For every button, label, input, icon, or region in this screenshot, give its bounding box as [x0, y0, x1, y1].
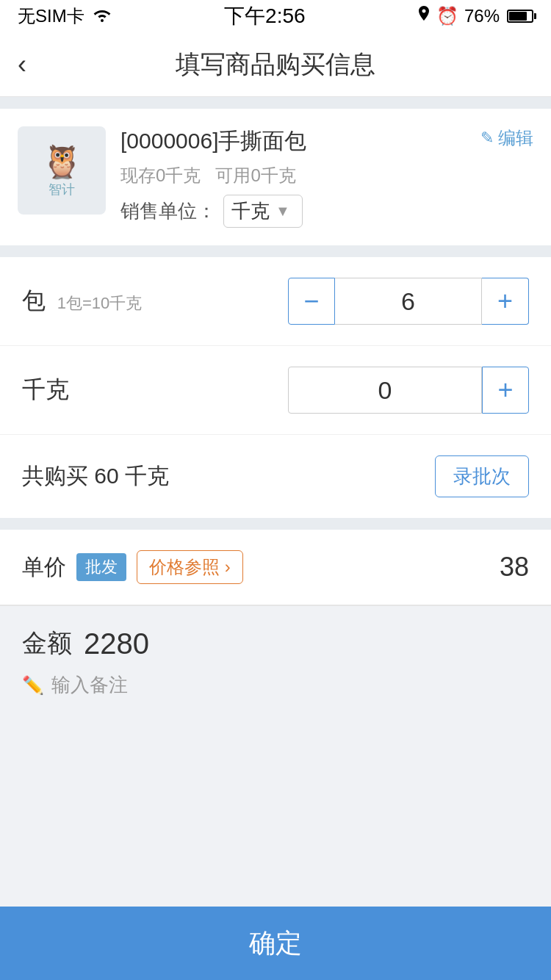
battery-icon — [507, 10, 533, 23]
product-logo-text: 智计 — [48, 181, 75, 198]
confirm-bar[interactable]: 确定 — [0, 907, 551, 980]
confirm-button[interactable]: 确定 — [249, 926, 302, 962]
amount-section: 金额 2280 ✏️ 输入备注 — [0, 606, 551, 710]
qty-kg-plus-button[interactable]: + — [482, 367, 529, 414]
price-ref-button[interactable]: 价格参照 › — [137, 550, 243, 584]
product-stock: 现存0千克 可用0千克 — [120, 164, 533, 187]
carrier-text: 无SIM卡 — [18, 4, 84, 28]
total-row: 共购买 60 千克 录批次 — [0, 435, 551, 518]
divider-top — [0, 97, 551, 109]
qty-kg-label-group: 千克 — [22, 374, 69, 406]
location-icon — [417, 6, 431, 26]
qty-bag-label-group: 包 1包=10千克 — [22, 285, 142, 317]
qty-kg-control: + — [288, 367, 529, 414]
price-value: 38 — [500, 552, 529, 583]
product-card: 🦉 智计 [0000006]手撕面包 现存0千克 可用0千克 销售单位： 千克 … — [0, 109, 551, 245]
total-label: 共购买 60 千克 — [22, 461, 169, 491]
page-title: 填写商品购买信息 — [176, 48, 375, 82]
product-thumbnail: 🦉 智计 — [18, 126, 106, 215]
pencil-icon: ✏️ — [22, 675, 44, 696]
quantity-bag-row: 包 1包=10千克 − + — [0, 257, 551, 346]
status-bar: 无SIM卡 下午2:56 ⏰ 76% — [0, 0, 551, 32]
qty-kg-input[interactable] — [288, 367, 482, 414]
edit-icon: ✎ — [480, 129, 494, 148]
amount-label: 金额 — [22, 627, 72, 660]
edit-button[interactable]: ✎ 编辑 — [480, 126, 533, 150]
product-name: [0000006]手撕面包 — [120, 126, 533, 156]
qty-bag-control: − + — [288, 278, 529, 325]
unit-select[interactable]: 千克 ▼ — [223, 195, 303, 228]
divider-mid2 — [0, 518, 551, 530]
battery-text: 76% — [464, 6, 500, 26]
status-left: 无SIM卡 — [18, 4, 112, 28]
product-info: [0000006]手撕面包 现存0千克 可用0千克 销售单位： 千克 ▼ — [120, 126, 533, 228]
price-label: 单价 — [22, 552, 66, 583]
status-right: ⏰ 76% — [417, 6, 533, 26]
product-unit: 销售单位： 千克 ▼ — [120, 195, 533, 228]
price-section: 单价 批发 价格参照 › 38 — [0, 530, 551, 605]
batch-button[interactable]: 录批次 — [435, 455, 529, 497]
status-time: 下午2:56 — [224, 2, 306, 30]
wifi-icon — [92, 6, 112, 26]
alarm-icon: ⏰ — [436, 6, 458, 26]
product-logo-icon: 🦉 — [42, 143, 82, 181]
remark-placeholder: 输入备注 — [51, 672, 128, 698]
qty-bag-minus-button[interactable]: − — [288, 278, 335, 325]
divider-mid1 — [0, 245, 551, 257]
nav-bar: ‹ 填写商品购买信息 — [0, 32, 551, 97]
remark-row[interactable]: ✏️ 输入备注 — [22, 672, 529, 698]
chevron-down-icon: ▼ — [276, 203, 290, 220]
back-button[interactable]: ‹ — [18, 49, 26, 80]
amount-row: 金额 2280 — [22, 627, 529, 660]
price-type-tag: 批发 — [76, 553, 126, 581]
quantity-kg-row: 千克 + — [0, 346, 551, 435]
qty-bag-input[interactable] — [335, 278, 482, 325]
qty-bag-plus-button[interactable]: + — [482, 278, 529, 325]
amount-value: 2280 — [84, 627, 149, 660]
